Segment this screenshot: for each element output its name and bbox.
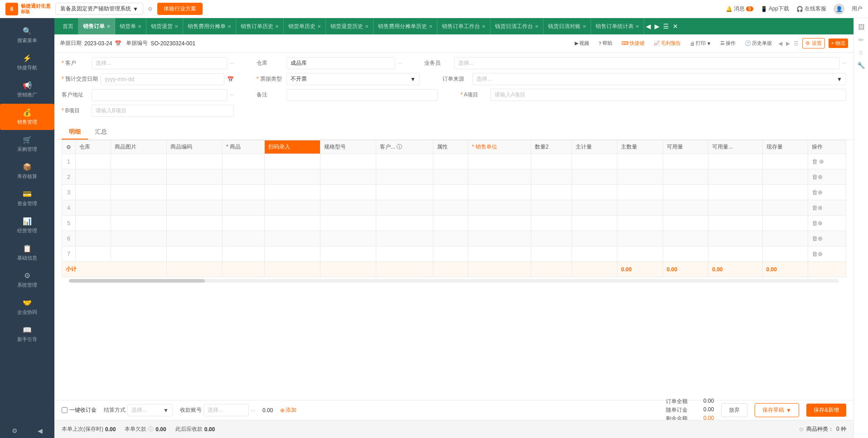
- tab-close-icon[interactable]: ✕: [228, 24, 231, 29]
- tab-close-icon[interactable]: ✕: [175, 24, 178, 29]
- tab-close-icon[interactable]: ✕: [107, 24, 110, 29]
- installment-checkbox[interactable]: [62, 407, 68, 413]
- warehouse-more-icon[interactable]: ···: [398, 61, 402, 66]
- col-scan[interactable]: 扫码录入: [264, 140, 320, 154]
- b-project-input[interactable]: 请输入B项目: [92, 105, 234, 117]
- info-icon[interactable]: ⓘ: [148, 425, 154, 433]
- customer-input[interactable]: 选择...: [92, 57, 228, 69]
- tab-stats[interactable]: 销售订单统计表 ✕: [591, 18, 644, 34]
- order-source-select[interactable]: 选择... ▼: [472, 73, 846, 85]
- tab-close-icon[interactable]: ✕: [635, 24, 639, 29]
- sidebar-item-inventory[interactable]: 📦 库存核算: [0, 158, 54, 184]
- delete-row-icon[interactable]: 🗑: [812, 173, 818, 180]
- shortcut-btn[interactable]: ⌨ 快捷键: [619, 39, 647, 48]
- tab-return-history[interactable]: 销货退货历史 ✕: [326, 18, 373, 34]
- calendar-icon[interactable]: 📅: [227, 76, 234, 82]
- industry-btn[interactable]: 体验行业方案: [157, 3, 203, 15]
- sidebar-item-basic-info[interactable]: 📋 基础信息: [0, 240, 54, 266]
- tab-close-icon[interactable]: ✕: [535, 24, 538, 29]
- history-btn[interactable]: 🕐 历史单据: [742, 39, 775, 48]
- copy-row-icon[interactable]: ⊕: [819, 158, 824, 165]
- staff-input[interactable]: 选择...: [454, 57, 840, 69]
- tab-prev-btn[interactable]: ◀: [644, 23, 653, 30]
- add-btn[interactable]: ⊕ 添加: [280, 406, 296, 414]
- tab-order-workbench[interactable]: 销售订单工作台 ✕: [437, 18, 490, 34]
- print-btn[interactable]: 🖨 打印 ▼: [687, 39, 714, 48]
- sidebar-item-purchase[interactable]: 🛒 采购管理: [0, 131, 54, 157]
- tab-order-history[interactable]: 销售订单历史 ✕: [236, 18, 284, 34]
- tab-returns[interactable]: 销货退货 ✕: [146, 18, 183, 34]
- material-btn[interactable]: + 物流: [829, 39, 849, 48]
- tab-close-icon[interactable]: ✕: [275, 24, 279, 29]
- customer-more-icon[interactable]: ···: [230, 61, 234, 66]
- tab-next-btn[interactable]: ▶: [653, 23, 661, 30]
- col-settings[interactable]: ⚙: [62, 140, 76, 154]
- delete-row-icon[interactable]: 🗑: [812, 189, 818, 196]
- system-selector[interactable]: 装备及固定资产辅助管理系统 ▼: [55, 3, 143, 15]
- panel-bookmark-btn[interactable]: ☆: [856, 47, 867, 58]
- copy-row-icon[interactable]: ⊕: [818, 250, 823, 257]
- nav-right-icon[interactable]: ▶: [786, 40, 790, 47]
- tab-menu-btn[interactable]: ☰: [661, 23, 671, 30]
- user-name[interactable]: 用户: [852, 5, 863, 13]
- notification-btn[interactable]: 🔔 消息 9: [726, 5, 753, 13]
- account-more-icon[interactable]: ···: [251, 407, 255, 414]
- copy-row-icon[interactable]: ⊕: [818, 189, 823, 196]
- sidebar-item-sales[interactable]: 💰 销售管理: [0, 104, 54, 130]
- copy-row-icon[interactable]: ⊕: [818, 235, 823, 242]
- online-service-btn[interactable]: 🎧 在线客服: [796, 5, 826, 13]
- payment-select[interactable]: 选择... ▼: [127, 404, 173, 416]
- sidebar-item-search[interactable]: 🔍 搜索菜单: [0, 22, 54, 48]
- copy-row-icon[interactable]: ⊕: [818, 220, 823, 226]
- invoice-select[interactable]: 不开票 ▼: [286, 73, 420, 85]
- tab-sales-single[interactable]: 销货单 ✕: [115, 18, 146, 34]
- tab-close-icon[interactable]: ✕: [429, 24, 432, 29]
- tab-cost-split[interactable]: 销售费用分摊单 ✕: [183, 18, 236, 34]
- panel-tool-btn[interactable]: 🔧: [856, 60, 867, 71]
- sidebar-item-guide[interactable]: 📖 新手引导: [0, 321, 54, 347]
- sidebar-item-collab[interactable]: 🤝 企业协同: [0, 294, 54, 320]
- copy-row-icon[interactable]: ⊕: [818, 173, 823, 180]
- calendar-icon[interactable]: 📅: [115, 40, 121, 47]
- account-select[interactable]: 选择...: [204, 404, 249, 416]
- profit-btn[interactable]: 📈 毛利预告: [651, 39, 684, 48]
- remark-input[interactable]: [286, 89, 438, 101]
- tab-daily-clear[interactable]: 钱货日清工作台 ✕: [490, 18, 543, 34]
- tab-close-icon[interactable]: ✕: [482, 24, 485, 29]
- panel-image-btn[interactable]: 🖼: [856, 22, 867, 33]
- save-new-btn[interactable]: 保存&新增: [806, 404, 846, 417]
- user-avatar[interactable]: 👤: [834, 4, 844, 14]
- tab-sales-order[interactable]: 销售订单 ✕: [78, 18, 115, 34]
- tab-close-icon[interactable]: ✕: [582, 24, 586, 29]
- delete-row-icon[interactable]: 🗑: [812, 220, 818, 226]
- tab-close-icon[interactable]: ✕: [365, 24, 369, 29]
- sidebar-item-system[interactable]: ⚙ 系统管理: [0, 267, 54, 293]
- a-project-input[interactable]: 请输入A项目: [490, 89, 846, 101]
- address-input[interactable]: [92, 89, 228, 101]
- sidebar-item-finance[interactable]: 💳 资金管理: [0, 185, 54, 212]
- sidebar-item-marketing[interactable]: 📢 营销推广: [0, 77, 54, 103]
- tab-cost-history[interactable]: 销售费用分摊单历史 ✕: [373, 18, 437, 34]
- tab-home[interactable]: 首页: [58, 18, 78, 34]
- save-draft-btn[interactable]: 保存草稿 ▼: [755, 403, 799, 417]
- tab-close-icon[interactable]: ✕: [138, 24, 141, 29]
- address-more-icon[interactable]: ···: [230, 92, 234, 97]
- delete-row-icon[interactable]: 🗑: [812, 204, 818, 211]
- copy-row-icon[interactable]: ⊕: [818, 204, 823, 211]
- delete-row-icon[interactable]: 🗑: [812, 250, 818, 257]
- tab-single-history[interactable]: 销货单历史 ✕: [284, 18, 326, 34]
- tab-daily-account[interactable]: 钱货日清对账 ✕: [543, 18, 591, 34]
- collapse-icon[interactable]: ◀: [38, 427, 43, 434]
- view-btn[interactable]: ▶ 视频: [572, 39, 592, 48]
- warehouse-input[interactable]: 成品库: [286, 57, 395, 69]
- discard-btn[interactable]: 放弃: [721, 403, 747, 417]
- table-scrollbar[interactable]: [69, 279, 839, 283]
- delivery-input[interactable]: yyyy-mm-dd: [101, 73, 224, 85]
- sidebar-item-nav[interactable]: ⚡ 快捷导航: [0, 49, 54, 76]
- operation-btn[interactable]: ☰ 操作: [718, 39, 738, 48]
- delete-row-icon[interactable]: 🗑: [812, 235, 818, 242]
- layout-list-icon[interactable]: ☰: [794, 40, 799, 47]
- tab-close-icon[interactable]: ✕: [317, 24, 321, 29]
- settings-bottom-icon[interactable]: ⚙: [12, 427, 18, 434]
- tab-close-all-btn[interactable]: ✕: [671, 23, 680, 30]
